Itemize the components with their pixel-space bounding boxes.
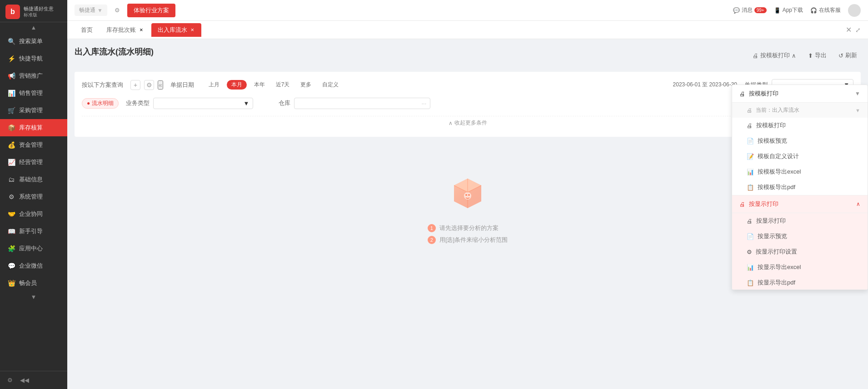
service-label: 在线客服 [819, 6, 841, 14]
biz-type-chevron-icon: ▼ [243, 100, 249, 107]
sidebar-item-member[interactable]: 👑 畅会员 [0, 274, 67, 292]
date-range-text: 2023-06-01 至 2023-06-30 [673, 81, 737, 88]
template-export-pdf-item[interactable]: 📋 按模板导出pdf [732, 180, 868, 195]
sidebar-item-corp-label: 企业协同 [19, 210, 43, 218]
dp-printer-icon: 🖨 [747, 218, 753, 224]
topbar-right: 💬 消息 99+ 📱 App下载 🎧 在线客服 [733, 4, 861, 17]
tab-flow[interactable]: 出入库流水 × [151, 23, 202, 37]
sidebar-item-purchase-label: 采购管理 [19, 106, 43, 115]
app-logo: b 畅捷通好生意 标准版 [0, 0, 67, 22]
tag-icon: ● [87, 100, 90, 106]
sidebar-item-marketing[interactable]: 📢 营销推广 [0, 67, 67, 85]
logo-badge: 标准版 [24, 12, 54, 18]
template-print-action-item[interactable]: 🖨 按模板打印 [732, 118, 868, 133]
template-customize-item[interactable]: 📝 模板自定义设计 [732, 149, 868, 164]
sidebar-item-corp[interactable]: 🤝 企业协同 [0, 205, 67, 223]
user-avatar[interactable] [848, 4, 861, 17]
display-preview-item[interactable]: 📄 按显示预览 [732, 229, 868, 244]
display-print-settings-item[interactable]: ⚙ 按显示打印设置 [732, 244, 868, 259]
template-print-label: 按模板打印 [760, 51, 790, 60]
display-export-excel-label: 按显示导出excel [758, 263, 801, 271]
shortcut-this-month[interactable]: 本月 [227, 80, 247, 90]
topbar-settings-button[interactable]: ⚙ [111, 4, 124, 17]
shortcut-last-month[interactable]: 上月 [205, 80, 223, 90]
shortcut-more[interactable]: 更多 [297, 80, 315, 90]
sidebar-item-inventory-label: 库存核算 [19, 124, 43, 132]
sidebar-item-operation[interactable]: 📈 经营管理 [0, 154, 67, 171]
refresh-button[interactable]: ↺ 刷新 [835, 50, 861, 61]
warehouse-select[interactable]: ··· [294, 98, 430, 109]
filter-header-label: 按以下方案查询 [82, 81, 123, 89]
wechat-icon: 💬 [7, 262, 15, 270]
tab-home-label: 首页 [81, 26, 93, 34]
display-print-settings-label: 按显示打印设置 [756, 248, 797, 256]
dp-settings-icon: ⚙ [747, 249, 752, 255]
display-export-excel-item[interactable]: 📊 按显示导出excel [732, 259, 868, 275]
shortcut-this-year[interactable]: 本年 [250, 80, 269, 90]
sidebar-item-purchase[interactable]: 🛒 采购管理 [0, 102, 67, 119]
message-icon: 💬 [733, 7, 740, 14]
close-tab-button[interactable]: ✕ [846, 25, 852, 34]
step-1-text: 请先选择要分析的方案 [439, 224, 499, 232]
shortcut-7days[interactable]: 近7天 [272, 80, 294, 90]
shortcut-custom[interactable]: 自定义 [319, 80, 342, 90]
template-export-pdf-label: 按模板导出pdf [758, 183, 795, 191]
tab-batch[interactable]: 库存批次账 × [100, 23, 150, 37]
svg-point-5 [468, 194, 470, 196]
biz-type-select[interactable]: ▼ [153, 98, 253, 109]
dp-preview-icon: 📄 [747, 233, 754, 240]
tab-batch-close[interactable]: × [139, 26, 144, 33]
empty-steps: 1 请先选择要分析的方案 2 用[选]条件来缩小分析范围 [428, 224, 508, 244]
sidebar-item-inventory[interactable]: 📦 库存核算 [0, 119, 67, 136]
template-export-excel-item[interactable]: 📊 按模板导出excel [732, 164, 868, 180]
sidebar-item-operation-label: 经营管理 [19, 158, 43, 166]
display-printer-icon: 🖨 [739, 201, 745, 208]
svg-point-4 [465, 194, 467, 196]
display-print-section-label: 按显示打印 [749, 200, 778, 208]
date-range-display: 2023-06-01 至 2023-06-30 [673, 81, 737, 89]
sidebar-collapse-icon[interactable]: ◀◀ [20, 377, 29, 384]
sidebar-item-sales[interactable]: 📊 销售管理 [0, 85, 67, 102]
display-export-pdf-item[interactable]: 📋 按显示导出pdf [732, 275, 868, 289]
page-title: 出入库流水(流水明细) [75, 46, 154, 57]
current-template-item[interactable]: 🖨 当前：出入库流水 ▼ [732, 103, 868, 118]
filter-tag-shuimingxi[interactable]: ● 流水明细 [82, 98, 119, 109]
template-preview-item[interactable]: 📄 按模板预览 [732, 133, 868, 149]
filter-collapse-button[interactable]: « [158, 80, 163, 90]
sidebar-settings-icon[interactable]: ⚙ [7, 377, 13, 384]
sidebar-item-system[interactable]: ⚙ 系统管理 [0, 188, 67, 205]
template-print-section: 🖨 按模板打印 ▼ 🖨 当前：出入库流水 ▼ 🖨 按模板打印 [732, 85, 868, 195]
filter-settings-button[interactable]: ⚙ [144, 80, 154, 90]
headset-icon: 🎧 [810, 7, 817, 14]
app-label: App下载 [783, 6, 803, 14]
sidebar-item-quick-nav[interactable]: ⚡ 快捷导航 [0, 50, 67, 67]
industry-solution-button[interactable]: 体验行业方案 [127, 4, 175, 17]
tab-home[interactable]: 首页 [75, 23, 99, 37]
display-print-action-item[interactable]: 🖨 按显示打印 [732, 213, 868, 229]
export-button[interactable]: ⬆ 导出 [804, 50, 830, 61]
sidebar-item-apps-label: 应用中心 [19, 244, 43, 253]
sidebar-item-basic[interactable]: 🗂 基础信息 [0, 171, 67, 188]
filter-add-button[interactable]: + [130, 80, 140, 90]
tab-flow-close[interactable]: × [190, 26, 195, 33]
sidebar-item-wechat[interactable]: 💬 企业微信 [0, 257, 67, 274]
display-print-section-header[interactable]: 🖨 按显示打印 ∧ [732, 195, 868, 213]
app-download-button[interactable]: 📱 App下载 [774, 6, 803, 14]
gear-icon: ⚙ [7, 193, 15, 201]
sidebar-item-search[interactable]: 🔍 搜索菜单 [0, 33, 67, 50]
sidebar-item-finance[interactable]: 💰 资金管理 [0, 136, 67, 154]
sidebar-item-apps[interactable]: 🧩 应用中心 [0, 240, 67, 257]
message-button[interactable]: 💬 消息 99+ [733, 6, 767, 14]
sidebar-item-member-label: 畅会员 [19, 279, 37, 287]
expand-button[interactable]: ⤢ [855, 26, 861, 34]
online-service-button[interactable]: 🎧 在线客服 [810, 6, 841, 14]
current-template-label: 当前：出入库流水 [756, 106, 799, 114]
display-print-action-label: 按显示打印 [756, 217, 786, 225]
display-section-chevron-icon: ∧ [856, 201, 860, 207]
template-print-section-label: 按模板打印 [749, 90, 778, 98]
template-print-button[interactable]: 🖨 按模板打印 ∧ [749, 50, 800, 61]
box-icon: 📦 [7, 124, 15, 132]
template-preview-label: 按模板预览 [758, 137, 787, 145]
template-print-section-header[interactable]: 🖨 按模板打印 ▼ [732, 85, 868, 103]
sidebar-item-guide[interactable]: 📖 新手引导 [0, 223, 67, 240]
